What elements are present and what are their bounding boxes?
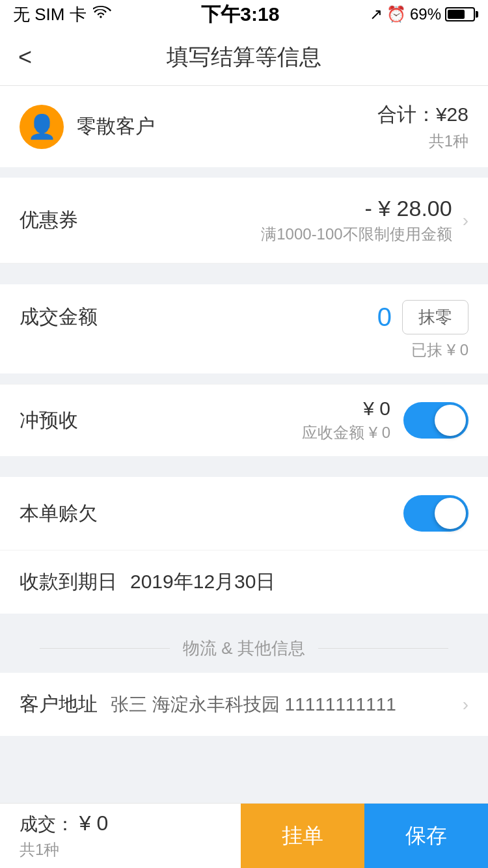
footer: 成交： ¥ 0 共1种 挂单 保存 [0, 803, 488, 868]
address-label: 客户地址 [20, 691, 98, 718]
coupon-label: 优惠券 [20, 207, 78, 234]
footer-deal-label: 成交： [20, 814, 74, 834]
customer-totals: 合计：¥28 共1种 [377, 102, 468, 152]
due-date-row: 收款到期日 2019年12月30日 [0, 550, 488, 614]
address-row[interactable]: 客户地址 张三 海淀永丰科技园 11111111111 › [0, 673, 488, 736]
prepay-label: 冲预收 [20, 407, 78, 434]
due-date-value: 2019年12月30日 [130, 569, 275, 595]
customer-row: 👤 零散客户 合计：¥28 共1种 [0, 86, 488, 167]
address-left: 客户地址 张三 海淀永丰科技园 11111111111 [20, 691, 396, 718]
back-button[interactable]: < [18, 44, 32, 71]
round-button[interactable]: 抹零 [402, 300, 468, 334]
coupon-desc: 满1000-100不限制使用金额 [261, 224, 452, 245]
footer-info: 成交： ¥ 0 共1种 [0, 804, 241, 868]
prepay-right: ¥ 0 应收金额 ¥ 0 [302, 398, 468, 443]
customer-name: 零散客户 [77, 113, 155, 140]
debt-label: 本单赊欠 [20, 500, 98, 527]
chevron-right-icon: › [463, 210, 468, 231]
prepay-sub: 应收金额 ¥ 0 [302, 422, 390, 443]
status-bar: 无 SIM 卡 下午3:18 ↗ ⏰ 69% [0, 0, 488, 29]
status-left: 无 SIM 卡 [13, 3, 111, 26]
avatar: 👤 [20, 105, 64, 149]
prepay-amount: ¥ 0 [302, 398, 390, 420]
avatar-icon: 👤 [27, 113, 57, 141]
divider-1 [0, 274, 488, 284]
logistics-label: 物流 & 其他信息 [183, 637, 305, 660]
alarm-icon: ⏰ [386, 5, 406, 23]
footer-count: 共1种 [20, 839, 221, 860]
amount-sub: 已抹 ¥ 0 [20, 340, 468, 373]
battery-percent: 69% [410, 5, 441, 23]
prepay-toggle[interactable] [403, 402, 468, 439]
status-time: 下午3:18 [201, 1, 279, 28]
prepay-row: 冲预收 ¥ 0 应收金额 ¥ 0 [0, 384, 488, 456]
amount-right: 0 抹零 [377, 300, 468, 334]
coupon-right: - ¥ 28.00 满1000-100不限制使用金额 › [261, 196, 468, 245]
deal-amount-value: 0 [377, 303, 392, 332]
divider-line-right [318, 648, 448, 649]
save-button[interactable]: 保存 [364, 804, 488, 868]
location-icon: ↗ [370, 5, 383, 23]
divider-line-left [40, 648, 170, 649]
due-date-label: 收款到期日 [20, 569, 117, 595]
address-chevron-icon: › [463, 694, 468, 715]
battery-icon [445, 7, 475, 21]
hold-button[interactable]: 挂单 [241, 804, 364, 868]
divider-2 [0, 467, 488, 477]
address-value: 张三 海淀永丰科技园 11111111111 [111, 692, 396, 717]
page-title: 填写结算等信息 [167, 42, 321, 72]
no-sim-text: 无 SIM 卡 [13, 3, 87, 26]
coupon-row[interactable]: 优惠券 - ¥ 28.00 满1000-100不限制使用金额 › [0, 178, 488, 264]
debt-row: 本单赊欠 [0, 477, 488, 550]
prepay-amounts: ¥ 0 应收金额 ¥ 0 [302, 398, 390, 443]
coupon-discount: - ¥ 28.00 [261, 196, 452, 221]
logistics-divider: 物流 & 其他信息 [0, 624, 488, 673]
status-right: ↗ ⏰ 69% [370, 5, 475, 23]
toggle-knob [435, 405, 466, 436]
total-count: 共1种 [377, 131, 468, 152]
coupon-section: 优惠券 - ¥ 28.00 满1000-100不限制使用金额 › [0, 178, 488, 264]
customer-left: 👤 零散客户 [20, 105, 155, 149]
debt-toggle[interactable] [403, 495, 468, 532]
footer-deal-amount: ¥ 0 [79, 811, 108, 835]
debt-toggle-knob [435, 498, 466, 529]
nav-bar: < 填写结算等信息 [0, 29, 488, 86]
deal-amount-section: 成交金额 0 抹零 已抹 ¥ 0 [0, 284, 488, 373]
wifi-icon [93, 5, 111, 25]
deal-amount-label: 成交金额 [20, 304, 98, 331]
total-amount: 合计：¥28 [377, 102, 468, 128]
debt-section: 本单赊欠 收款到期日 2019年12月30日 [0, 477, 488, 614]
footer-deal-row: 成交： ¥ 0 [20, 811, 221, 837]
amount-row: 成交金额 0 抹零 [20, 300, 468, 340]
